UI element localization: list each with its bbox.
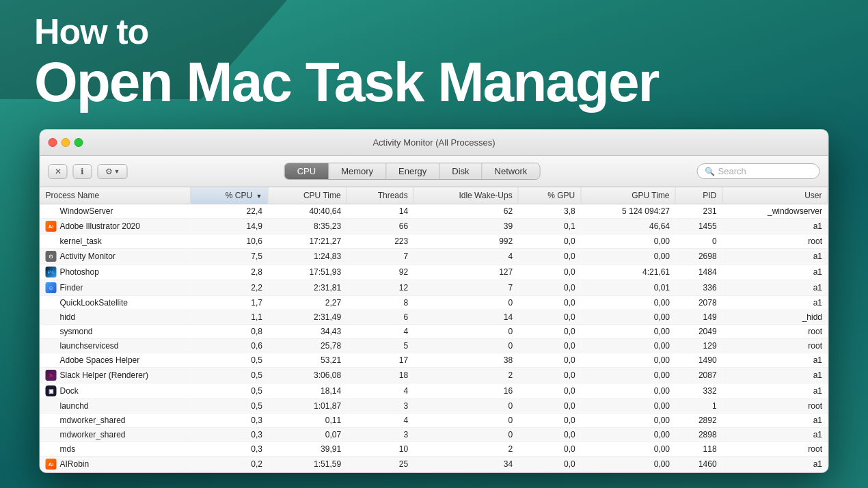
cell-idle-wakeups: 0 [413,325,518,339]
col-idle-wakeups[interactable]: Idle Wake-Ups [413,187,518,204]
cell-gpu: 0,0 [518,310,581,325]
cell-gpu-time: 0,00 [581,339,675,353]
cell-cpu: 14,9 [191,219,268,234]
stop-button[interactable]: ✕ [49,164,68,179]
cell-cpu-time: 17:21,27 [268,234,347,249]
stop-icon: ✕ [55,167,62,176]
col-cpu-time[interactable]: CPU Time [268,187,347,204]
cell-user: root [722,325,828,339]
table-row[interactable]: launchservicesd 0,6 25,78 5 0 0,0 0,00 1… [40,339,828,353]
gear-button[interactable]: ⚙ ▼ [98,164,128,179]
col-pid[interactable]: PID [675,187,722,204]
cell-user: a1 [722,383,828,399]
cell-user: root [722,399,828,414]
cell-pid: 1490 [675,353,722,368]
col-user[interactable]: User [722,187,828,204]
table-row[interactable]: S Slack Helper (Renderer) 0,5 3:06,08 18… [40,368,828,383]
process-table-container: Process Name % CPU ▼ CPU Time Threads Id… [40,187,828,472]
cell-idle-wakeups: 38 [413,353,518,368]
cell-idle-wakeups: 62 [413,204,518,219]
cell-gpu: 0,0 [518,339,581,353]
cell-threads: 66 [347,219,413,234]
search-box[interactable]: 🔍 Search [697,163,820,179]
cell-gpu-time: 0,00 [581,457,675,472]
cell-process-name: Adobe Spaces Helper [40,353,191,367]
cell-cpu-time: 8:35,23 [268,219,347,234]
table-row[interactable]: ⊙ Activity Monitor 7,5 1:24,83 7 4 0,0 0… [40,249,828,265]
col-cpu-percent[interactable]: % CPU ▼ [191,187,268,204]
cell-cpu-time: 1:24,83 [268,249,347,265]
cell-process-name: Ps Photoshop [40,265,191,280]
table-row[interactable]: mdworker_shared 0,3 0,11 4 0 0,0 0,00 28… [40,414,828,428]
process-table-body: WindowServer 22,4 40:40,64 14 62 3,8 5 1… [40,204,828,472]
cell-gpu-time: 0,00 [581,414,675,428]
cell-threads: 223 [347,234,413,249]
cell-cpu-time: 39,91 [268,442,347,457]
cell-cpu: 0,5 [191,368,268,383]
cell-gpu: 0,0 [518,265,581,280]
tab-disk[interactable]: Disk [439,163,482,179]
cell-gpu-time: 0,00 [581,442,675,457]
cell-pid: 332 [675,383,722,399]
cell-user: _hidd [722,310,828,325]
table-row[interactable]: Adobe Spaces Helper 0,5 53,21 17 38 0,0 … [40,353,828,368]
col-process-name[interactable]: Process Name [40,187,191,204]
cell-gpu: 0,0 [518,353,581,368]
cell-gpu: 0,0 [518,368,581,383]
cell-process-name: kernel_task [40,234,191,248]
cell-cpu-time: 25,78 [268,339,347,353]
col-gpu-percent[interactable]: % GPU [518,187,581,204]
maximize-button[interactable] [74,138,83,147]
col-gpu-time[interactable]: GPU Time [581,187,675,204]
cell-threads: 4 [347,325,413,339]
minimize-button[interactable] [62,138,70,147]
col-threads[interactable]: Threads [347,187,413,204]
table-row[interactable]: launchd 0,5 1:01,87 3 0 0,0 0,00 1 root [40,399,828,414]
cell-idle-wakeups: 14 [413,310,518,325]
table-row[interactable]: mdworker_shared 0,3 0,07 3 0 0,0 0,00 28… [40,428,828,442]
cell-cpu: 10,6 [191,234,268,249]
cell-process-name: launchd [40,399,191,413]
cell-idle-wakeups: 4 [413,249,518,265]
table-row[interactable]: WindowServer 22,4 40:40,64 14 62 3,8 5 1… [40,204,828,219]
cell-idle-wakeups: 992 [413,234,518,249]
table-row[interactable]: Ai AIRobin 0,2 1:51,59 25 34 0,0 0,00 14… [40,457,828,472]
cell-gpu-time: 5 124 094:27 [581,204,675,219]
cell-cpu: 0,3 [191,428,268,442]
cell-gpu: 0,0 [518,249,581,265]
cell-threads: 4 [347,414,413,428]
cell-gpu-time: 46,64 [581,219,675,234]
tab-cpu[interactable]: CPU [285,163,329,179]
cell-process-name: sysmond [40,325,191,338]
table-row[interactable]: Ps Photoshop 2,8 17:51,93 92 127 0,0 4:2… [40,265,828,280]
cell-idle-wakeups: 0 [413,414,518,428]
cell-cpu: 22,4 [191,204,268,219]
cell-cpu: 1,7 [191,296,268,310]
cell-gpu-time: 0,00 [581,310,675,325]
cell-user: root [722,442,828,457]
tab-energy[interactable]: Energy [386,163,439,179]
cell-threads: 92 [347,265,413,280]
cell-cpu: 2,2 [191,280,268,296]
title-area: How to Open Mac Task Manager [34,12,658,113]
cell-pid: 1484 [675,265,722,280]
cell-idle-wakeups: 34 [413,457,518,472]
table-row[interactable]: sysmond 0,8 34,43 4 0 0,0 0,00 2049 root [40,325,828,339]
cell-cpu: 2,8 [191,265,268,280]
cell-process-name: Ai Adobe Illustrator 2020 [40,219,191,234]
table-row[interactable]: QuickLookSatellite 1,7 2,27 8 0 0,0 0,00… [40,296,828,310]
table-row[interactable]: hidd 1,1 2:31,49 6 14 0,0 0,00 149 _hidd [40,310,828,325]
tab-memory[interactable]: Memory [329,163,386,179]
table-row[interactable]: mds 0,3 39,91 10 2 0,0 0,00 118 root [40,442,828,457]
tab-network[interactable]: Network [483,163,540,179]
table-row[interactable]: ☺ Finder 2,2 2:31,81 12 7 0,0 0,01 336 a… [40,280,828,296]
close-button[interactable] [49,138,57,147]
info-button[interactable]: ℹ [73,164,92,179]
table-row[interactable]: Ai Adobe Illustrator 2020 14,9 8:35,23 6… [40,219,828,234]
table-row[interactable]: ▣ Dock 0,5 18,14 4 16 0,0 0,00 332 a1 [40,383,828,399]
cell-user: a1 [722,296,828,310]
cell-threads: 25 [347,457,413,472]
cell-gpu-time: 0,00 [581,296,675,310]
table-row[interactable]: kernel_task 10,6 17:21,27 223 992 0,0 0,… [40,234,828,249]
cell-pid: 2049 [675,325,722,339]
